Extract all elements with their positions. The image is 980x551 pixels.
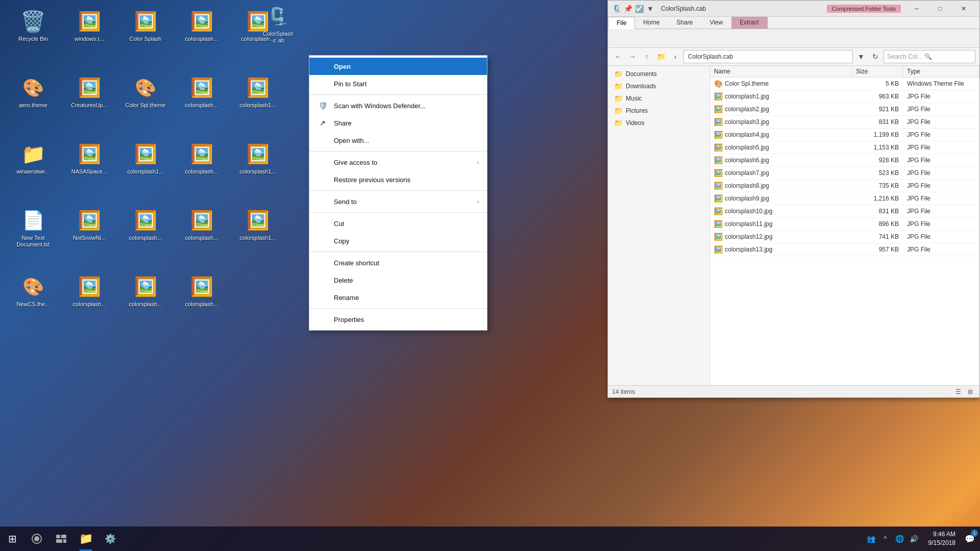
desktop-icon-colorsplash-19[interactable]: 🖼️ colorsplash1... — [230, 204, 286, 270]
maximize-button[interactable]: □ — [928, 1, 952, 17]
file-cell-type: JPG File — [903, 167, 979, 179]
taskbar-clock[interactable]: 9:46 AM 9/15/2018 — [924, 530, 960, 547]
ctx-delete[interactable]: Delete — [309, 271, 487, 289]
tab-file[interactable]: File — [608, 17, 635, 29]
col-header-type[interactable]: Type — [903, 66, 979, 77]
details-view-button[interactable]: ☰ — [953, 387, 963, 397]
taskbar-cortana[interactable] — [24, 527, 49, 551]
desktop-icon-newcs-theme[interactable]: 🎨 NewCS.the... — [5, 270, 61, 337]
ctx-scan-defender[interactable]: 🛡️ Scan with Windows Defender... — [309, 97, 487, 114]
large-icons-view-button[interactable]: ⊞ — [965, 387, 975, 397]
nav-item-videos[interactable]: 📁 Videos — [608, 117, 709, 129]
table-row[interactable]: 🖼️ colorsplash13.jpg 957 KB JPG File — [710, 243, 979, 256]
back-button[interactable]: ← — [612, 51, 624, 63]
table-row[interactable]: 🖼️ colorsplash3.jpg 831 KB JPG File — [710, 116, 979, 129]
color-spl-theme-label: Color Spl.theme — [126, 102, 166, 109]
table-row[interactable]: 🖼️ colorsplash6.jpg 928 KB JPG File — [710, 154, 979, 167]
table-row[interactable]: 🖼️ colorsplash2.jpg 921 KB JPG File — [710, 103, 979, 116]
desktop-icon-windows-theme[interactable]: 🖼️ windows.t... — [61, 5, 117, 71]
table-row[interactable]: 🖼️ colorsplash7.jpg 523 KB JPG File — [710, 167, 979, 180]
desktop-icon-colorsplash-8[interactable]: 🖼️ colorsplash... — [174, 71, 230, 138]
address-path[interactable]: ColorSplash.cab — [683, 50, 853, 63]
desktop-icon-nasa[interactable]: 🖼️ NASASpace... — [61, 138, 117, 204]
desktop-icon-colorsplash-9[interactable]: 🖼️ colorsplash1... — [230, 71, 286, 138]
ctx-cut[interactable]: Cut — [309, 215, 487, 232]
taskbar-file-explorer[interactable]: 📁 — [74, 527, 98, 551]
table-row[interactable]: 🖼️ colorsplash12.jpg 741 KB JPG File — [710, 231, 979, 243]
tray-volume-icon[interactable]: 🔊 — [908, 533, 920, 545]
close-button[interactable]: ✕ — [952, 1, 975, 17]
ctx-properties[interactable]: Properties — [309, 311, 487, 328]
ctx-pin-label: Pin to Start — [334, 80, 479, 88]
ctx-pin-to-start[interactable]: Pin to Start — [309, 75, 487, 92]
desktop-icon-recycle-bin[interactable]: 🗑️ Recycle Bin — [5, 5, 61, 71]
desktop-icon-winaerotweaker[interactable]: 📁 winaerotwe... — [5, 138, 61, 204]
desktop-icon-colorsplash-13[interactable]: 🖼️ colorsplash... — [174, 138, 230, 204]
desktop-icon-colorsplash-12[interactable]: 🖼️ colorsplash1... — [117, 138, 174, 204]
desktop-icon-colorsplash-14[interactable]: 🖼️ colorsplash1... — [230, 138, 286, 204]
table-row[interactable]: 🖼️ colorsplash4.jpg 1,199 KB JPG File — [710, 129, 979, 141]
desktop-icon-color-splash[interactable]: 🖼️ Color Splash — [117, 5, 174, 71]
notification-button[interactable]: 💬 1 — [960, 527, 980, 551]
table-row[interactable]: 🖼️ colorsplash9.jpg 1,216 KB JPG File — [710, 192, 979, 205]
table-row[interactable]: 🖼️ colorsplash10.jpg 831 KB JPG File — [710, 205, 979, 218]
ctx-send-to[interactable]: Send to › — [309, 193, 487, 210]
search-box[interactable]: Search Col... 🔍 — [884, 50, 975, 63]
ctx-open-with[interactable]: Open with... — [309, 132, 487, 149]
nav-item-documents[interactable]: 📁 Documents — [608, 68, 709, 80]
table-row[interactable]: 🖼️ colorsplash11.jpg 896 KB JPG File — [710, 218, 979, 231]
nav-item-downloads[interactable]: 📁 Downloads — [608, 80, 709, 92]
ctx-copy[interactable]: Copy — [309, 232, 487, 249]
forward-button[interactable]: → — [626, 51, 639, 63]
desktop-icon-colorsplash-21[interactable]: 🖼️ colorsplash... — [61, 270, 117, 337]
desktop-icon-colorsplash-3[interactable]: 🖼️ colorsplash... — [174, 5, 230, 71]
ctx-share[interactable]: ↗ Share — [309, 114, 487, 132]
minimize-button[interactable]: ─ — [905, 1, 928, 17]
tray-people-icon[interactable]: 👥 — [865, 533, 877, 545]
desktop-icon-color-spl-theme[interactable]: 🎨 Color Spl.theme — [117, 71, 174, 138]
start-button[interactable]: ⊞ — [0, 527, 24, 551]
tray-expand-icon[interactable]: ^ — [879, 533, 892, 545]
ctx-open[interactable]: Open — [309, 58, 487, 75]
aero-theme-icon: 🎨 — [21, 76, 45, 100]
tab-view[interactable]: View — [701, 17, 731, 29]
tab-home[interactable]: Home — [635, 17, 668, 29]
table-row[interactable]: 🎨 Color Spl.theme 5 KB Windows Theme Fil… — [710, 78, 979, 90]
table-row[interactable]: 🖼️ colorsplash1.jpg 963 KB JPG File — [710, 90, 979, 103]
table-row[interactable]: 🖼️ colorsplash5.jpg 1,153 KB JPG File — [710, 141, 979, 154]
tray-network-icon[interactable]: 🌐 — [894, 533, 906, 545]
ctx-restore[interactable]: Restore previous versions — [309, 171, 487, 188]
col-header-size[interactable]: Size — [852, 66, 903, 77]
desktop-icon-colorsplash-17[interactable]: 🖼️ colorsplash... — [117, 204, 174, 270]
refresh-button[interactable]: ↻ — [869, 51, 881, 63]
check-icon: ☑️ — [634, 4, 644, 13]
file-type-icon: 🖼️ — [714, 169, 723, 177]
notsnowni-label: NotSnowNi... — [73, 235, 106, 241]
table-row[interactable]: 🖼️ colorsplash8.jpg 735 KB JPG File — [710, 180, 979, 192]
desktop-icon-new-text[interactable]: 📄 New Text Document.txt — [5, 204, 61, 270]
desktop-icon-colorsplash-23[interactable]: 🖼️ colorsplash... — [174, 270, 230, 337]
file-type: JPG File — [907, 208, 930, 215]
desktop-icon-colorplash-cab[interactable]: 🗜️ ColorSplash.c ab — [260, 0, 296, 48]
col-header-name[interactable]: Name — [710, 66, 852, 77]
ctx-give-access[interactable]: Give access to › — [309, 154, 487, 171]
file-cell-size: 1,153 KB — [852, 141, 903, 154]
tab-extract[interactable]: Extract — [731, 17, 767, 29]
nav-item-music[interactable]: 📁 Music — [608, 92, 709, 105]
desktop-icon-colorsplash-18[interactable]: 🖼️ colorsplash... — [174, 204, 230, 270]
taskbar-task-view[interactable] — [49, 527, 74, 551]
desktop-icon-colorsplash-22[interactable]: 🖼️ colorsplash... — [117, 270, 174, 337]
tab-share[interactable]: Share — [668, 17, 701, 29]
address-dropdown[interactable]: ▼ — [855, 51, 867, 63]
ctx-rename[interactable]: Rename — [309, 289, 487, 306]
desktop-icon-aero-theme[interactable]: 🎨 aero.theme — [5, 71, 61, 138]
desktop-icon-creatures[interactable]: 🖼️ CreaturesUp... — [61, 71, 117, 138]
file-cell-size: 1,216 KB — [852, 192, 903, 205]
up-button[interactable]: ↑ — [641, 51, 653, 63]
nav-item-pictures[interactable]: 📁 Pictures — [608, 105, 709, 117]
file-cell-size: 928 KB — [852, 154, 903, 166]
file-type-icon: 🖼️ — [714, 245, 723, 254]
taskbar-settings[interactable]: ⚙️ — [98, 527, 122, 551]
desktop-icon-notsnowni[interactable]: 🖼️ NotSnowNi... — [61, 204, 117, 270]
ctx-create-shortcut[interactable]: Create shortcut — [309, 254, 487, 271]
